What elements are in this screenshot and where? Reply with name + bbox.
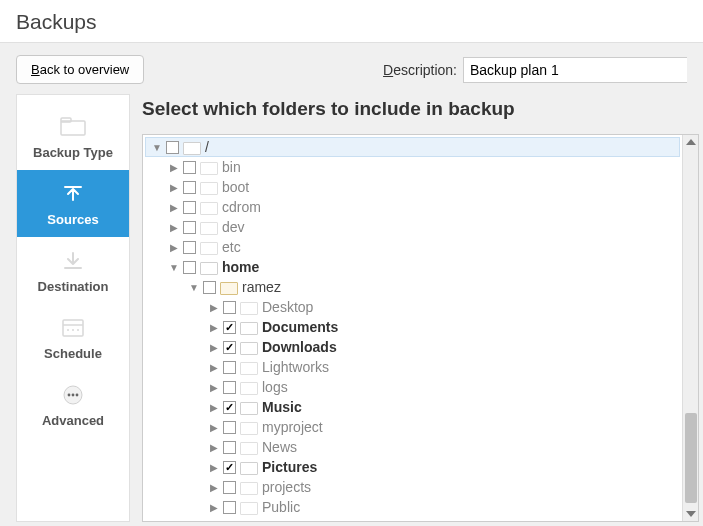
- folder-checkbox[interactable]: [183, 221, 196, 234]
- chevron-right-icon[interactable]: ▶: [207, 482, 221, 493]
- tree-row[interactable]: ▶myproject: [143, 417, 682, 437]
- tree-row[interactable]: ▶etc: [143, 237, 682, 257]
- tree-row[interactable]: ▼/: [145, 137, 680, 157]
- calendar-icon: [21, 316, 125, 340]
- folder-checkbox[interactable]: [203, 281, 216, 294]
- sidebar-item-destination[interactable]: Destination: [17, 237, 129, 304]
- folder-checkbox[interactable]: [223, 381, 236, 394]
- folder-label: Lightworks: [262, 359, 329, 375]
- tree-row[interactable]: ▶bin: [143, 157, 682, 177]
- tree-row[interactable]: ▶boot: [143, 177, 682, 197]
- folder-checkbox[interactable]: [183, 261, 196, 274]
- chevron-right-icon[interactable]: ▶: [167, 222, 181, 233]
- folder-checkbox[interactable]: [223, 321, 236, 334]
- folder-label: /: [205, 139, 209, 155]
- tree-row[interactable]: ▶Documents: [143, 317, 682, 337]
- description-input[interactable]: [463, 57, 687, 83]
- chevron-right-icon[interactable]: ▶: [207, 342, 221, 353]
- folder-checkbox[interactable]: [223, 361, 236, 374]
- folder-label: Public: [262, 499, 300, 515]
- folder-label: cdrom: [222, 199, 261, 215]
- folder-icon: [200, 181, 216, 194]
- chevron-right-icon[interactable]: ▶: [207, 462, 221, 473]
- chevron-down-icon[interactable]: ▼: [187, 282, 201, 293]
- tree-row[interactable]: ▶logs: [143, 377, 682, 397]
- folder-checkbox[interactable]: [223, 481, 236, 494]
- chevron-right-icon[interactable]: ▶: [167, 162, 181, 173]
- tree-row[interactable]: ▶Public: [143, 497, 682, 517]
- folder-checkbox[interactable]: [223, 461, 236, 474]
- back-to-overview-button[interactable]: Back to overview: [16, 55, 144, 84]
- tree-row[interactable]: ▶Pictures: [143, 457, 682, 477]
- chevron-right-icon[interactable]: ▶: [207, 402, 221, 413]
- scroll-thumb[interactable]: [685, 413, 697, 503]
- folder-label: logs: [262, 379, 288, 395]
- folder-icon: [240, 401, 256, 414]
- tree-row[interactable]: ▶Music: [143, 397, 682, 417]
- svg-point-9: [72, 394, 75, 397]
- sidebar: Backup Type Sources Destination Schedule: [16, 94, 130, 522]
- tree-row[interactable]: ▼ramez: [143, 277, 682, 297]
- folder-checkbox[interactable]: [223, 341, 236, 354]
- toolbar: Back to overview Description:: [0, 43, 703, 94]
- chevron-right-icon[interactable]: ▶: [207, 322, 221, 333]
- tree-row[interactable]: ▶Desktop: [143, 297, 682, 317]
- svg-point-6: [77, 329, 79, 331]
- folder-checkbox[interactable]: [183, 201, 196, 214]
- content-pane: Select which folders to include in backu…: [130, 94, 699, 522]
- chevron-right-icon[interactable]: ▶: [167, 242, 181, 253]
- sidebar-label: Destination: [21, 279, 125, 294]
- sidebar-item-schedule[interactable]: Schedule: [17, 304, 129, 371]
- folder-icon: [200, 161, 216, 174]
- tree-row[interactable]: ▶projects: [143, 477, 682, 497]
- folder-icon: [240, 361, 256, 374]
- folder-tree-container: ▼/▶bin▶boot▶cdrom▶dev▶etc▼home▼ramez▶Des…: [142, 134, 699, 522]
- tree-row[interactable]: ▶Lightworks: [143, 357, 682, 377]
- back-label-rest: ack to overview: [40, 62, 130, 77]
- chevron-down-icon[interactable]: ▼: [167, 262, 181, 273]
- tree-row[interactable]: ▼home: [143, 257, 682, 277]
- chevron-right-icon[interactable]: ▶: [207, 502, 221, 513]
- folder-label: myproject: [262, 419, 323, 435]
- folder-checkbox[interactable]: [223, 301, 236, 314]
- chevron-right-icon[interactable]: ▶: [207, 422, 221, 433]
- folder-icon: [220, 281, 236, 294]
- folder-label: Music: [262, 399, 302, 415]
- chevron-right-icon[interactable]: ▶: [207, 302, 221, 313]
- sidebar-item-backup-type[interactable]: Backup Type: [17, 103, 129, 170]
- download-icon: [21, 249, 125, 273]
- folder-checkbox[interactable]: [223, 501, 236, 514]
- sidebar-label: Schedule: [21, 346, 125, 361]
- tree-row[interactable]: ▶News: [143, 437, 682, 457]
- sidebar-label: Advanced: [21, 413, 125, 428]
- chevron-right-icon[interactable]: ▶: [207, 382, 221, 393]
- tree-row[interactable]: ▶dev: [143, 217, 682, 237]
- folder-checkbox[interactable]: [183, 161, 196, 174]
- folder-label: boot: [222, 179, 249, 195]
- folder-icon: [21, 115, 125, 139]
- folder-checkbox[interactable]: [166, 141, 179, 154]
- folder-icon: [240, 501, 256, 514]
- chevron-right-icon[interactable]: ▶: [167, 182, 181, 193]
- sidebar-item-advanced[interactable]: Advanced: [17, 371, 129, 438]
- chevron-right-icon[interactable]: ▶: [207, 442, 221, 453]
- chevron-right-icon[interactable]: ▶: [207, 362, 221, 373]
- tree-row[interactable]: ▶Downloads: [143, 337, 682, 357]
- folder-icon: [240, 381, 256, 394]
- folder-icon: [200, 201, 216, 214]
- folder-label: dev: [222, 219, 245, 235]
- folder-checkbox[interactable]: [223, 421, 236, 434]
- folder-checkbox[interactable]: [183, 241, 196, 254]
- folder-tree[interactable]: ▼/▶bin▶boot▶cdrom▶dev▶etc▼home▼ramez▶Des…: [143, 135, 682, 521]
- folder-checkbox[interactable]: [223, 441, 236, 454]
- tree-row[interactable]: ▶cdrom: [143, 197, 682, 217]
- chevron-down-icon[interactable]: ▼: [150, 142, 164, 153]
- folder-checkbox[interactable]: [183, 181, 196, 194]
- folder-icon: [200, 241, 216, 254]
- folder-icon: [200, 221, 216, 234]
- sidebar-label: Sources: [21, 212, 125, 227]
- tree-scrollbar[interactable]: [682, 135, 698, 521]
- chevron-right-icon[interactable]: ▶: [167, 202, 181, 213]
- folder-checkbox[interactable]: [223, 401, 236, 414]
- sidebar-item-sources[interactable]: Sources: [17, 170, 129, 237]
